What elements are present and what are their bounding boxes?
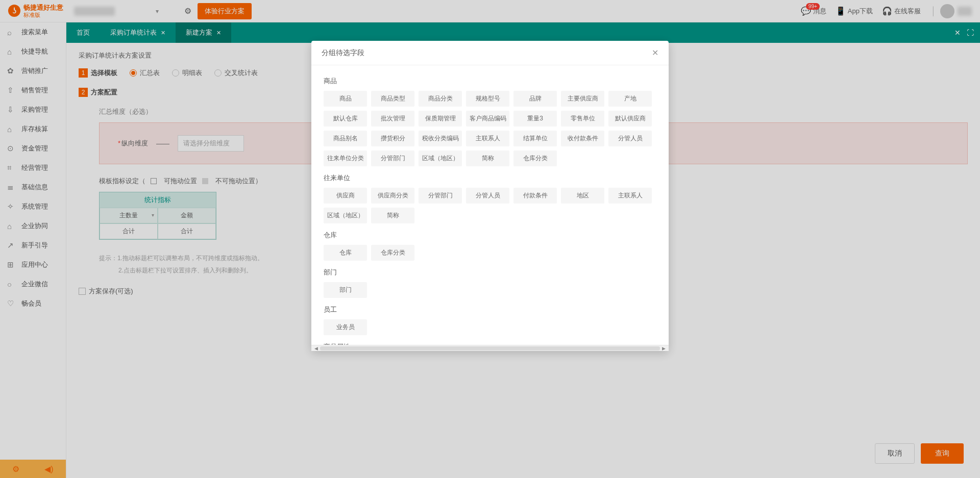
modal-overlay: 分组待选字段 ✕ 商品商品商品类型商品分类规格型号品牌主要供应商产地默认仓库批次…	[0, 0, 980, 478]
modal-title: 分组待选字段	[322, 48, 364, 58]
field-chip[interactable]: 付款条件	[513, 188, 557, 204]
field-chip[interactable]: 仓库分类	[371, 245, 414, 261]
field-chip[interactable]: 分管人员	[466, 188, 509, 204]
field-chip[interactable]: 保质期管理	[419, 111, 462, 127]
modal-close-icon[interactable]: ✕	[652, 48, 658, 58]
field-group-3: 部门部门	[324, 268, 656, 298]
field-chip[interactable]: 商品别名	[324, 131, 367, 146]
field-chip[interactable]: 主联系人	[608, 188, 652, 204]
field-group-title: 员工	[324, 305, 656, 314]
field-chip[interactable]: 规格型号	[466, 91, 509, 107]
field-group-title: 部门	[324, 268, 656, 277]
field-chip[interactable]: 客户商品编码	[466, 111, 509, 127]
field-chip[interactable]: 品牌	[513, 91, 557, 107]
field-group-2: 仓库仓库仓库分类	[324, 231, 656, 261]
field-chip[interactable]: 商品分类	[419, 91, 462, 107]
scroll-track[interactable]	[320, 346, 660, 350]
field-chip[interactable]: 攒货积分	[371, 131, 414, 146]
field-chip[interactable]: 主要供应商	[561, 91, 604, 107]
modal-body: 商品商品商品类型商品分类规格型号品牌主要供应商产地默认仓库批次管理保质期管理客户…	[311, 65, 669, 345]
field-picker-modal: 分组待选字段 ✕ 商品商品商品类型商品分类规格型号品牌主要供应商产地默认仓库批次…	[311, 41, 669, 351]
field-chip[interactable]: 业务员	[324, 319, 367, 335]
field-chip[interactable]: 仓库分类	[513, 150, 557, 166]
field-chip[interactable]: 分管人员	[608, 131, 652, 146]
field-chip[interactable]: 分管部门	[419, 188, 462, 204]
field-group-title: 往来单位	[324, 173, 656, 183]
field-chip[interactable]: 地区	[561, 188, 604, 204]
field-group-4: 员工业务员	[324, 305, 656, 335]
field-group-title: 仓库	[324, 231, 656, 240]
field-chip[interactable]: 默认仓库	[324, 111, 367, 127]
field-chip[interactable]: 区域（地区）	[419, 150, 462, 166]
field-chip[interactable]: 商品类型	[371, 91, 414, 107]
field-chip[interactable]: 零售单位	[561, 111, 604, 127]
field-chip[interactable]: 供应商	[324, 188, 367, 204]
field-chip[interactable]: 收付款条件	[561, 131, 604, 146]
field-chip[interactable]: 产地	[608, 91, 652, 107]
field-chip[interactable]: 往来单位分类	[324, 150, 367, 166]
scroll-left-arrow[interactable]: ◀	[314, 346, 318, 351]
field-chip[interactable]: 简称	[466, 150, 509, 166]
field-group-1: 往来单位供应商供应商分类分管部门分管人员付款条件地区主联系人区域（地区）简称	[324, 173, 656, 223]
field-chip[interactable]: 税收分类编码	[419, 131, 462, 146]
field-group-0: 商品商品商品类型商品分类规格型号品牌主要供应商产地默认仓库批次管理保质期管理客户…	[324, 77, 656, 166]
field-chip[interactable]: 重量3	[513, 111, 557, 127]
field-chip[interactable]: 仓库	[324, 245, 367, 261]
field-chip[interactable]: 分管部门	[371, 150, 414, 166]
field-chip[interactable]: 简称	[371, 208, 414, 223]
field-chip[interactable]: 供应商分类	[371, 188, 414, 204]
field-chip[interactable]: 区域（地区）	[324, 208, 367, 223]
field-chip[interactable]: 主联系人	[466, 131, 509, 146]
scroll-right-arrow[interactable]: ▶	[662, 346, 666, 351]
field-chip[interactable]: 结算单位	[513, 131, 557, 146]
field-group-title: 商品	[324, 77, 656, 86]
field-chip[interactable]: 部门	[324, 282, 367, 298]
field-chip[interactable]: 批次管理	[371, 111, 414, 127]
modal-scroll-x[interactable]: ◀ ▶	[311, 345, 669, 351]
field-chip[interactable]: 默认供应商	[608, 111, 652, 127]
field-chip[interactable]: 商品	[324, 91, 367, 107]
